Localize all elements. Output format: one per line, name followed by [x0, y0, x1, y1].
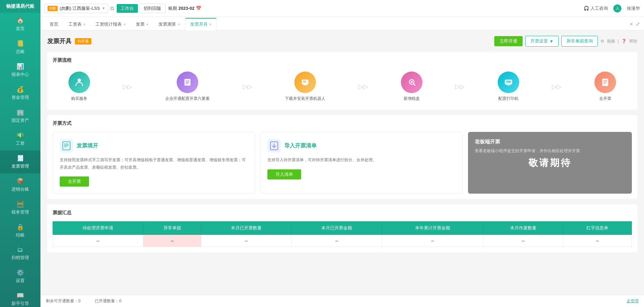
flow-step-6[interactable]: 去开票 — [594, 72, 616, 102]
close-accounts-icon: 🔒 — [17, 223, 24, 231]
flow-step-6-icon — [594, 72, 616, 93]
reports-icon: 📊 — [17, 63, 24, 70]
window-expand-icon[interactable]: ⤢ — [636, 21, 640, 27]
copy-icon[interactable]: ⧉ — [110, 5, 114, 11]
tab-invoice-tool[interactable]: 发票开具 × — [185, 18, 216, 30]
flow-arrow-3: ▷▷ — [358, 83, 368, 90]
tab-salary-stats[interactable]: 工资统计报表 × — [90, 18, 130, 30]
guide-icon: 📖 — [17, 292, 24, 299]
sidebar-item-reports[interactable]: 📊 报表中心 — [0, 59, 40, 82]
summary-cell-month-amount: -- — [292, 235, 382, 247]
import-list-button[interactable]: 导入清单 — [267, 169, 301, 179]
sidebar-item-purchase-sales-label: 进销台账 — [11, 186, 29, 192]
sidebar-item-archive[interactable]: 🗂 归档管理 — [0, 242, 40, 265]
sidebar-item-invoice[interactable]: 🧾 发票管理 — [0, 150, 40, 173]
method-card-fill: 发票填开 支持按照发票样式手工填写开发票；可开具增值税电子普通发票、增值税普通发… — [53, 132, 255, 194]
manage-link[interactable]: 去管理 — [626, 298, 639, 304]
tabs-bar: 首页 工资表 × 工资统计报表 × 发票 × 发票测算 × 发票开具 × × ⤢ — [40, 17, 644, 30]
sidebar-item-tax[interactable]: 🧮 税务管理 — [0, 196, 40, 219]
svg-rect-6 — [303, 84, 307, 85]
sidebar-item-guide[interactable]: 📖 新手引导 — [0, 288, 40, 307]
flow-arrow-4: ▷▷ — [455, 83, 465, 90]
method-import-header: 导入开票清单 — [267, 139, 456, 152]
summary-title: 票据汇总 — [53, 210, 632, 216]
footer-info: 剩余可开通数量：0 已开通数量：0 — [46, 298, 121, 304]
tab-invoice-close[interactable]: × — [146, 22, 148, 26]
sidebar-item-purchase-sales[interactable]: 📦 进销台账 — [0, 173, 40, 196]
tab-controls: × ⤢ — [630, 21, 640, 30]
invoice-methods: 发票填开 支持按照发票样式手工填写开发票；可开具增值税电子普通发票、增值税普通发… — [53, 132, 632, 194]
tab-salary-stats-close[interactable]: × — [123, 22, 125, 26]
flow-step-5[interactable]: 配置打印机 — [498, 72, 519, 102]
flow-step-4-label: 新增税盘 — [404, 96, 420, 102]
flow-arrow-1: ▷▷ — [123, 83, 132, 90]
sidebar-item-ledger[interactable]: 📒 总账 — [0, 36, 40, 59]
summary-cell-red: -- — [563, 235, 632, 247]
svg-rect-14 — [506, 81, 511, 83]
sidebar-item-home[interactable]: 🏠 首页 — [0, 13, 40, 36]
company-name: (勿删) 江西服装-LSS — [60, 5, 100, 11]
sidebar-item-salary[interactable]: 💵 工资 — [0, 128, 40, 150]
opened-count: 已开通数量：0 — [95, 299, 121, 303]
video-help-icon[interactable]: ⚙ — [601, 39, 604, 44]
period-value: 2023-02 — [178, 6, 195, 11]
sidebar-item-archive-label: 归档管理 — [11, 255, 29, 261]
method-fill-icon — [60, 139, 73, 152]
tab-salary[interactable]: 工资表 × — [63, 18, 90, 30]
sidebar-item-close[interactable]: 🔒 结账 — [0, 219, 40, 242]
tab-invoice-tool-close[interactable]: × — [209, 22, 211, 26]
sidebar-item-home-label: 首页 — [16, 26, 25, 32]
flow-step-6-label: 去开票 — [599, 96, 611, 102]
settings-dropdown-arrow: ▼ — [549, 39, 554, 44]
app-logo: 畅捷通易代账 — [0, 0, 40, 13]
header-help: ⚙ 视频 | ❓ 帮助 — [601, 38, 637, 44]
tab-invoice-calc-close[interactable]: × — [178, 22, 180, 26]
company-selector[interactable]: 勿删 (勿删) 江西服装-LSS ▼ — [45, 4, 108, 13]
remaining-count: 剩余可开通数量：0 — [46, 299, 81, 303]
flow-step-5-label: 配置打印机 — [498, 96, 519, 102]
summary-cell-year-amount: -- — [382, 235, 484, 247]
customer-service-button[interactable]: 🎧 人工咨询 — [584, 5, 608, 11]
open-settings-button[interactable]: 开票设置 ▼ — [525, 36, 559, 47]
flow-step-1[interactable]: 购买服务 — [68, 72, 90, 102]
user-name[interactable]: 徐漫华 — [627, 5, 640, 11]
flow-step-3[interactable]: 下载并安装开票机器人 — [285, 72, 325, 102]
flow-step-4[interactable]: 新增税盘 — [401, 72, 422, 102]
svg-rect-7 — [303, 81, 306, 82]
calendar-icon[interactable]: 📅 — [196, 6, 201, 11]
page-title: 发票开具 — [47, 37, 71, 45]
help-icon[interactable]: ❓ — [621, 39, 626, 44]
summary-cell-pending: -- — [53, 235, 143, 247]
immediate-open-button[interactable]: 立即开通 — [494, 36, 523, 46]
tab-invoice[interactable]: 发票 × — [131, 18, 153, 30]
period-label: 账期 — [168, 5, 177, 11]
period-display: 账期 2023-02 📅 — [168, 5, 201, 11]
go-invoice-button[interactable]: 去开票 — [60, 176, 89, 187]
sidebar-item-funds[interactable]: 💰 资金管理 — [0, 82, 40, 105]
method-import-icon — [267, 139, 281, 152]
flow-steps: 购买服务 ▷▷ 企业开通配置开票六要素 ▷▷ — [53, 69, 632, 104]
tab-salary-close[interactable]: × — [83, 22, 85, 26]
window-close-icon[interactable]: × — [630, 21, 633, 27]
help-divider: | — [618, 39, 619, 44]
old-card-header: 老板端开票 查看老板端小程序提交的开票申请，并作出相应处理并开票 — [475, 139, 625, 154]
summary-th-month-amount: 本月已开票金额 — [292, 222, 382, 235]
sidebar-item-settings-label: 设置 — [16, 278, 25, 284]
workspace-button[interactable]: 工作台 — [117, 4, 138, 13]
summary-th-red: 红字信息单 — [563, 222, 632, 235]
abnormal-query-button[interactable]: 异常单据查询 — [561, 36, 598, 47]
tab-invoice-calc[interactable]: 发票测算 × — [153, 18, 185, 30]
sidebar-item-settings[interactable]: ⚙️ 设置 — [0, 265, 40, 288]
coming-soon-text: 敬请期待 — [528, 157, 572, 169]
summary-table: 待处理开票申请 异常单据 本月已开票数量 本月已开票金额 本年累计开票金额 本月… — [53, 221, 632, 247]
funds-icon: 💰 — [17, 86, 24, 93]
flow-step-1-label: 购买服务 — [71, 96, 87, 102]
tab-invoice-label: 发票 — [136, 21, 145, 27]
flow-step-2[interactable]: 企业开通配置开票六要素 — [165, 72, 210, 102]
sidebar-item-assets[interactable]: 🏢 固定资产 — [0, 105, 40, 128]
summary-th-month-count: 本月已开票数量 — [201, 222, 291, 235]
switch-old-button[interactable]: 切到旧版 — [139, 4, 166, 13]
user-avatar: 人 — [613, 4, 621, 12]
tab-home[interactable]: 首页 — [45, 18, 63, 30]
method-import-desc: 支持导入待开票清单，可对待开票清单进行拆分、合并处理。 — [267, 157, 456, 164]
